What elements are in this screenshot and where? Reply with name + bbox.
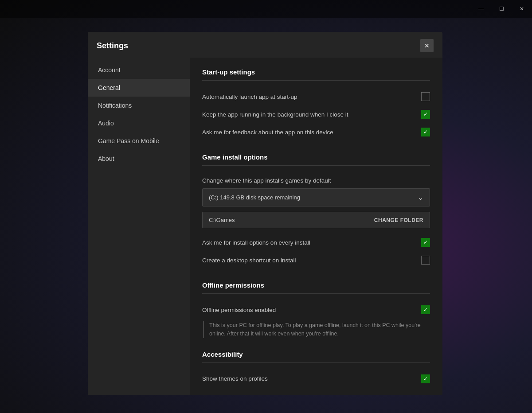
settings-dialog: Settings ✕ Account General Notifications…	[88, 32, 442, 395]
setting-show-themes: Show themes on profiles ✓	[202, 370, 430, 388]
titlebar: — ☐ ✕	[0, 0, 532, 18]
setting-desktop-shortcut: Create a desktop shortcut on install	[202, 251, 430, 269]
checkbox-offline-enabled[interactable]: ✓	[421, 305, 430, 314]
startup-section-title: Start-up settings	[202, 68, 430, 76]
setting-offline-enabled: Offline permissions enabled ✓	[202, 301, 430, 319]
checkbox-auto-launch[interactable]	[421, 92, 430, 101]
change-folder-button[interactable]: CHANGE FOLDER	[374, 217, 423, 223]
install-section-title: Game install options	[202, 153, 430, 161]
dialog-close-button[interactable]: ✕	[420, 39, 434, 52]
setting-install-options: Ask me for install options on every inst…	[202, 234, 430, 251]
startup-section: Start-up settings Automatically launch a…	[202, 68, 430, 141]
setting-keep-running: Keep the app running in the background w…	[202, 105, 430, 123]
checkbox-install-options[interactable]: ✓	[421, 238, 430, 247]
sidebar-item-about[interactable]: About	[88, 150, 190, 168]
startup-divider	[202, 80, 430, 81]
checkbox-feedback[interactable]: ✓	[421, 128, 430, 136]
accessibility-section: Accessibility Show themes on profiles ✓	[202, 351, 430, 388]
folder-path: C:\Games	[209, 217, 235, 223]
maximize-button[interactable]: ☐	[491, 0, 512, 18]
chevron-down-icon: ⌄	[418, 193, 423, 202]
dialog-body: Account General Notifications Audio Game…	[88, 58, 442, 395]
offline-section: Offline permissions Offline permissions …	[202, 281, 430, 338]
setting-feedback: Ask me for feedback about the app on thi…	[202, 123, 430, 141]
main-content: Start-up settings Automatically launch a…	[190, 58, 442, 395]
window-close-button[interactable]: ✕	[512, 0, 532, 18]
accessibility-section-title: Accessibility	[202, 351, 430, 358]
setting-auto-launch: Automatically launch app at start-up	[202, 88, 430, 105]
disk-dropdown[interactable]: (C:) 149.8 GB disk space remaining ⌄	[202, 188, 430, 206]
minimize-button[interactable]: —	[471, 0, 491, 18]
accessibility-divider	[202, 362, 430, 363]
folder-row: C:\Games CHANGE FOLDER	[202, 212, 430, 228]
install-section: Game install options Change where this a…	[202, 153, 430, 269]
checkbox-keep-running[interactable]: ✓	[421, 110, 430, 119]
disk-dropdown-value: (C:) 149.8 GB disk space remaining	[209, 194, 300, 201]
offline-section-title: Offline permissions	[202, 281, 430, 289]
sidebar-item-notifications[interactable]: Notifications	[88, 97, 190, 114]
sidebar-item-account[interactable]: Account	[88, 61, 190, 79]
offline-description: This is your PC for offline play. To pla…	[203, 321, 430, 338]
offline-divider	[202, 293, 430, 294]
checkbox-desktop-shortcut[interactable]	[421, 256, 430, 265]
sidebar-item-audio[interactable]: Audio	[88, 114, 190, 132]
checkbox-show-themes[interactable]: ✓	[421, 374, 430, 383]
sidebar-item-gamepass[interactable]: Game Pass on Mobile	[88, 132, 190, 150]
change-install-label-row: Change where this app installs games by …	[202, 173, 430, 188]
sidebar-item-general[interactable]: General	[88, 79, 190, 97]
install-divider	[202, 165, 430, 166]
dialog-header: Settings ✕	[88, 32, 442, 58]
sidebar: Account General Notifications Audio Game…	[88, 58, 190, 395]
dialog-title: Settings	[97, 41, 128, 51]
